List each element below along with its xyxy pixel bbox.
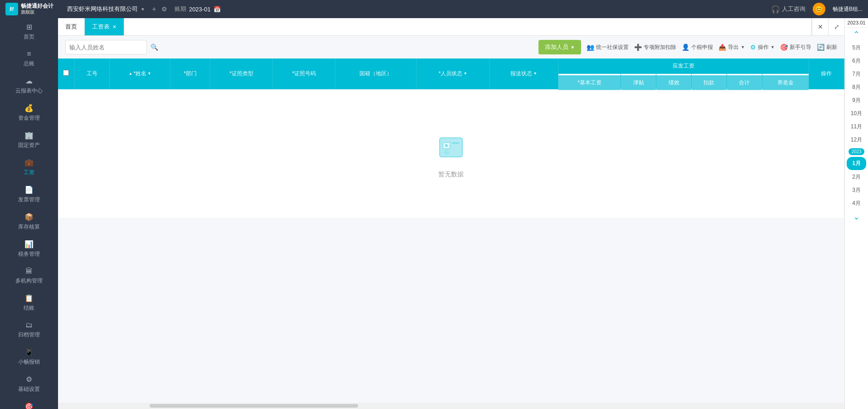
sidebar-item-invoice[interactable]: 📄 发票管理 [0,181,58,208]
tax-report-btn[interactable]: 👤 个税申报 [682,44,713,51]
user-service-btn[interactable]: 🎧 人工咨询 [771,5,805,14]
user-avatar[interactable]: 😊 [813,3,825,15]
add-company-icon[interactable]: ＋ [150,5,158,14]
month-10[interactable]: 10月 [845,107,868,120]
sidebar-item-multi-org[interactable]: 🏛 多机构管理 [0,263,58,289]
window-expand-btn[interactable]: ⤢ [828,18,844,35]
horizontal-scrollbar[interactable] [58,403,844,409]
th-report-status[interactable]: 报送状态 ▼ [490,58,558,89]
sidebar-label-cloud: 云报表中心 [15,87,43,95]
sidebar-item-inventory[interactable]: 📦 库存核算 [0,208,58,235]
sidebar-item-ledger[interactable]: ≡ 总账 [0,45,58,72]
sidebar-label-ledger: 总账 [24,60,34,68]
th-status[interactable]: *人员状态 ▼ [417,58,490,89]
sidebar-label-inventory: 库存核算 [18,223,40,231]
th-checkbox[interactable] [58,58,74,89]
th-operation: 操作 [809,58,844,89]
header-actions: ＋ ⚙ [150,5,167,14]
month-5[interactable]: 5月 [845,41,868,54]
empty-state-cell: 暂无数据 [58,89,844,218]
sidebar: ⊞ 首页 ≡ 总账 ☁ 云报表中心 💰 资金管理 🏢 固定资产 💼 工资 📄 发… [0,18,58,409]
main-layout: ⊞ 首页 ≡ 总账 ☁ 云报表中心 💰 资金管理 🏢 固定资产 💼 工资 📄 发… [0,18,868,409]
sidebar-item-expense[interactable]: 📱 小畅报销 [0,343,58,370]
month-7[interactable]: 7月 [845,68,868,81]
th-nationality: 国籍（地区） [335,58,417,89]
app-version: 旗舰版 [21,9,53,15]
search-input[interactable] [65,40,147,54]
export-label: 导出 [728,44,739,51]
sidebar-item-fund[interactable]: 💰 资金管理 [0,99,58,127]
empty-text: 暂无数据 [438,170,464,179]
month-1-current[interactable]: 1月 [847,157,866,170]
th-name[interactable]: ▲ *姓名 ▼ [110,58,170,89]
month-9[interactable]: 9月 [845,94,868,107]
th-pension: 养老金 [762,75,809,90]
sidebar-label-invoice: 发票管理 [18,196,40,204]
tab-salary-close[interactable]: ✕ [112,24,116,30]
tab-home[interactable]: 首页 [58,18,85,35]
add-person-button[interactable]: 添加人员 ▼ [538,40,581,54]
th-id-type: *证照类型 [210,58,272,89]
th-name-sort-up: ▲ [128,71,132,76]
empty-icon [433,129,469,165]
month-11[interactable]: 11月 [845,120,868,133]
tab-salary[interactable]: 工资表 ✕ [85,18,124,35]
logo-area: 好 畅捷通好会计 旗舰版 [5,3,60,15]
right-panel-header: 2023.01 [845,18,868,28]
sidebar-item-archive[interactable]: 🗂 归档管理 [0,316,58,343]
social-security-btn[interactable]: 👥 统一社保设置 [587,44,629,51]
th-salary-group: 应发工资 [558,58,809,74]
company-selector[interactable]: 西安虾米网络科技有限公司 ▼ [67,5,145,13]
sidebar-item-guide[interactable]: 🎯 新手引导 [0,398,58,409]
month-3[interactable]: 3月 [845,184,868,197]
panel-up-btn[interactable]: ⌃ [845,28,868,41]
tax-report-icon: 👤 [682,44,689,51]
sidebar-item-cloud-report[interactable]: ☁ 云报表中心 [0,72,58,99]
sidebar-label-multi-org: 多机构管理 [15,277,43,285]
month-8[interactable]: 8月 [845,81,868,94]
sidebar-item-close[interactable]: 📋 结账 [0,289,58,316]
multi-org-icon: 🏛 [25,267,33,275]
operation-chevron-icon: ▼ [771,45,775,49]
tab-home-label: 首页 [65,23,77,31]
top-header: 好 畅捷通好会计 旗舰版 西安虾米网络科技有限公司 ▼ ＋ ⚙ 账期 2023-… [0,0,868,18]
operation-btn[interactable]: ⚙ 操作 ▼ [750,44,775,51]
window-close-btn[interactable]: ✕ [812,18,828,35]
panel-down-btn[interactable]: ⌄ [845,210,868,224]
month-2[interactable]: 2月 [845,170,868,184]
month-4[interactable]: 4月 [845,197,868,210]
sidebar-item-settings[interactable]: ⚙ 基础设置 [0,370,58,398]
select-all-checkbox[interactable] [63,70,69,76]
special-deduction-btn[interactable]: ➕ 专项附加扣除 [634,44,676,51]
settings-icon[interactable]: ⚙ [161,5,167,13]
svg-rect-3 [452,142,459,144]
refresh-btn[interactable]: 🔄 刷新 [817,44,837,51]
sidebar-item-assets[interactable]: 🏢 固定资产 [0,127,58,154]
operation-icon: ⚙ [750,44,756,51]
period-info: 账期 2023-01 📅 [175,5,221,13]
add-chevron-icon: ▼ [570,45,575,50]
calendar-icon[interactable]: 📅 [213,6,221,13]
month-6[interactable]: 6月 [845,54,868,68]
sidebar-label-tax: 税务管理 [18,250,40,258]
scroll-thumb[interactable] [150,404,358,408]
close-window-icon: ✕ [818,23,823,30]
sidebar-item-tax[interactable]: 📊 税务管理 [0,235,58,263]
table-container: 工号 ▲ *姓名 ▼ *部门 *证照类型 *证照号码 国籍（地区） [58,58,844,403]
th-id-number: *证照号码 [273,58,335,89]
guide-btn[interactable]: 🎯 新手引导 [780,44,811,51]
status-filter-icon: ▼ [463,71,467,76]
period-value: 2023-01 [189,6,211,13]
export-btn[interactable]: 📤 导出 ▼ [718,44,745,51]
th-allowance: 津贴 [621,75,656,90]
guide-label: 新手引导 [790,44,811,51]
search-icon[interactable]: 🔍 [150,44,158,51]
sidebar-item-salary[interactable]: 💼 工资 [0,154,58,181]
sidebar-item-home[interactable]: ⊞ 首页 [0,18,58,45]
tab-bar: 首页 工资表 ✕ ✕ ⤢ [58,18,844,36]
sidebar-label-close: 结账 [24,304,34,312]
tab-salary-label: 工资表 [92,23,110,31]
expense-icon: 📱 [24,348,34,356]
app-logo-icon: 好 [5,3,18,15]
month-12[interactable]: 12月 [845,133,868,146]
